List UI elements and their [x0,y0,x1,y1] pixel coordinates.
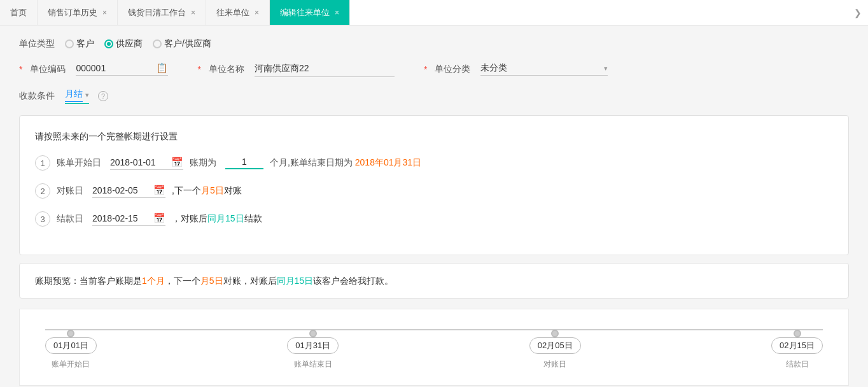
settings-box: 请按照未来的一个完整帐期进行设置 1 账单开始日 📅 账期为 个月,账单结束日期… [19,115,849,255]
preview-section: 账期预览：当前客户账期是1个月，下一个月5日对账，对账后同月15日该客户会给我打… [19,263,849,299]
close-tab-sales-history[interactable]: × [102,8,107,17]
row2-desc: ,下一个月5日对账 [172,185,242,197]
row-num-1: 1 [35,155,50,171]
row1-date-input[interactable] [110,157,167,167]
row1-end-date: 2018年01月31日 [355,157,421,167]
unit-name-required: * [197,64,200,74]
help-icon[interactable]: ? [98,91,108,101]
tab-cash-work[interactable]: 钱货日清工作台 × [118,0,206,25]
timeline-dot-1 [309,330,317,337]
payment-terms-value: 月结 [65,88,83,102]
row2-calendar-icon[interactable]: 📅 [153,185,165,196]
payment-terms-row: 收款条件 月结 ▾ ? [19,88,849,104]
row2-highlight: 月5日 [201,185,224,195]
main-content: 单位类型 客户 供应商 客户/供应商 * 单位编码 📋 * 单位名称 [0,25,868,387]
unit-info-row: * 单位编码 📋 * 单位名称 * 单位分类 未分类 ▾ [19,61,849,77]
radio-supplier-circle [104,39,113,48]
close-tab-partner[interactable]: × [255,8,259,17]
timeline-section: 01月01日 账单开始日 01月31日 账单结束日 02月05日 [19,309,849,386]
tab-home[interactable]: 首页 [0,0,38,25]
row2-label: 对账日 [57,185,83,197]
timeline-node-1: 01月31日 账单结束日 [287,330,339,370]
unit-code-field: 📋 [76,62,168,76]
tab-sales-history[interactable]: 销售订单历史 × [38,0,118,25]
row-num-3: 3 [35,211,50,227]
timeline-caption-3: 结款日 [786,359,809,370]
timeline-pill-2: 02月05日 [529,337,581,354]
timeline-pill-3: 02月15日 [771,337,823,354]
timeline-pill-1: 01月31日 [287,337,339,354]
period-suffix: 个月,账单结束日期为 2018年01月31日 [270,157,421,169]
timeline-pill-0: 01月01日 [45,337,97,354]
row3-highlight: 同月15日 [207,213,244,223]
unit-name-label: 单位名称 [209,64,244,75]
row3-calendar-icon[interactable]: 📅 [153,213,165,224]
radio-supplier-label: 供应商 [116,38,143,50]
payment-terms-chevron[interactable]: ▾ [85,91,89,99]
tab-bar: 首页 销售订单历史 × 钱货日清工作台 × 往来单位 × 编辑往来单位 × ❯ [0,0,868,25]
unit-code-required: * [19,64,22,74]
unit-category-chevron[interactable]: ▾ [604,64,608,73]
radio-customer[interactable]: 客户 [65,38,94,50]
preview-text: 账期预览：当前客户账期是1个月，下一个月5日对账，对账后同月15日该客户会给我打… [35,274,833,288]
row-num-2: 2 [35,183,50,199]
radio-customer-circle [65,39,74,48]
setting-row-1: 1 账单开始日 📅 账期为 个月,账单结束日期为 2018年01月31日 [35,155,833,171]
radio-both-circle [153,39,162,48]
unit-category-value: 未分类 [480,62,601,74]
row3-date-field: 📅 [92,213,165,226]
row1-date-field: 📅 [110,157,183,170]
row1-label: 账单开始日 [57,157,101,169]
preview-highlight2: 月5日 [200,276,223,286]
row3-label: 结款日 [57,213,83,225]
timeline-wrapper: 01月01日 账单开始日 01月31日 账单结束日 02月05日 [45,320,823,370]
tab-edit-partner[interactable]: 编辑往来单位 × [270,0,350,25]
timeline-dot-0 [67,330,74,337]
unit-cat-required: * [424,64,427,74]
unit-code-input[interactable] [76,63,152,73]
radio-both-label: 客户/供应商 [164,38,211,50]
unit-code-icon[interactable]: 📋 [156,62,168,74]
timeline-caption-2: 对账日 [543,359,566,370]
tab-expand-button[interactable]: ❯ [848,0,868,25]
unit-category-label: 单位分类 [435,64,470,75]
timeline-nodes: 01月01日 账单开始日 01月31日 账单结束日 02月05日 [45,330,823,370]
timeline-dot-2 [551,330,559,337]
setting-row-2: 2 对账日 📅 ,下一个月5日对账 [35,183,833,199]
row3-desc: ，对账后同月15日结款 [172,213,262,225]
unit-code-label: 单位编码 [30,64,66,75]
row2-date-field: 📅 [92,185,165,198]
payment-terms-label: 收款条件 [19,90,55,102]
close-tab-edit-partner[interactable]: × [335,8,339,17]
setting-row-3: 3 结款日 📅 ，对账后同月15日结款 [35,211,833,227]
row3-date-input[interactable] [92,213,150,223]
timeline-node-3: 02月15日 结款日 [771,330,823,370]
row1-calendar-icon[interactable]: 📅 [171,157,183,168]
period-prefix: 账期为 [190,157,216,169]
radio-customer-label: 客户 [76,38,94,50]
unit-name-input[interactable] [255,61,395,77]
row2-date-input[interactable] [92,185,150,195]
unit-category-select[interactable]: 未分类 ▾ [480,62,608,76]
unit-type-label: 单位类型 [19,38,55,50]
preview-highlight3: 同月15日 [277,276,314,286]
unit-type-row: 单位类型 客户 供应商 客户/供应商 [19,38,849,50]
period-value-input[interactable] [225,157,263,169]
timeline-dot-3 [794,330,801,337]
timeline-node-0: 01月01日 账单开始日 [45,330,97,370]
radio-both[interactable]: 客户/供应商 [153,38,211,50]
timeline-caption-0: 账单开始日 [52,359,90,370]
close-tab-cash-work[interactable]: × [191,8,195,17]
timeline-node-2: 02月05日 对账日 [529,330,581,370]
unit-type-radio-group: 客户 供应商 客户/供应商 [65,38,211,50]
radio-supplier[interactable]: 供应商 [104,38,143,50]
payment-terms-dropdown[interactable]: 月结 ▾ [65,88,89,104]
tab-partner[interactable]: 往来单位 × [206,0,270,25]
preview-highlight1: 1个月 [142,276,165,286]
timeline-caption-1: 账单结束日 [294,359,332,370]
box-instruction: 请按照未来的一个完整帐期进行设置 [35,131,833,143]
